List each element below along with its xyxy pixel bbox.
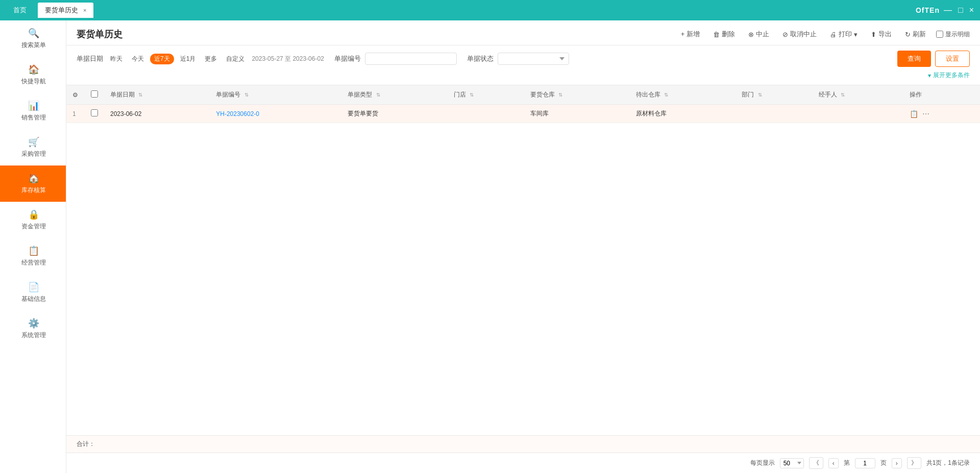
per-page-label: 每页显示 [750,459,775,467]
status-select[interactable] [498,53,569,65]
table-row: 1 2023-06-02 YH-20230602-0 要货单要货 车间库 原材料… [66,105,980,123]
delete-button[interactable]: 🗑 删除 [710,28,738,41]
delete-icon: 🗑 [713,31,720,38]
shortcut-more[interactable]: 更多 [202,54,220,64]
row-handler [813,105,904,123]
top-bar: 首页 要货单历史 × OfTEn — □ × [0,0,980,20]
sort-dept-icon: ⇅ [758,92,762,98]
shortcut-7days[interactable]: 近7天 [150,54,174,64]
close-icon[interactable]: × [969,6,974,15]
page-number-input[interactable] [855,458,875,468]
expand-more-btn[interactable]: ▾ 展开更多条件 [928,71,970,80]
op-edit-icon[interactable]: 📋 [910,110,918,118]
footer-total: 合计： [66,435,980,453]
sidebar-item-search[interactable]: 🔍 搜索菜单 [0,20,66,57]
sort-pending-wh-icon: ⇅ [664,92,668,98]
bill-no-label: 单据编号 [334,54,361,63]
sidebar-item-sales[interactable]: 📊 销售管理 [0,93,66,129]
stop-button[interactable]: ⊗ 中止 [745,28,772,41]
sidebar-purchase-label: 采购管理 [21,150,46,158]
table-header-row: ⚙ 单据日期 ⇅ 单据编号 ⇅ [66,85,980,105]
expand-icon: ▾ [928,72,931,79]
sidebar-item-inventory[interactable]: 🏠 库存核算 [0,165,66,202]
sidebar-item-system[interactable]: ⚙️ 系统管理 [0,311,66,347]
tab-active-label: 要货单历史 [45,6,78,15]
last-page-button[interactable]: 》 [907,457,921,469]
export-icon: ⬆ [871,31,876,38]
system-icon: ⚙️ [28,318,39,329]
sidebar-inventory-label: 库存核算 [21,186,46,195]
sidebar-item-finance[interactable]: 🔒 资金管理 [0,202,66,238]
row-date: 2023-06-02 [104,105,210,123]
row-bill-link[interactable]: YH-20230602-0 [216,110,259,117]
sort-date-icon: ⇅ [138,92,142,98]
filter-area: 单据日期 昨天 今天 近7天 近1月 更多 自定义 2023-05-27 至 2… [66,45,980,85]
row-req-warehouse: 车间库 [524,105,630,123]
refresh-button[interactable]: ↻ 刷新 [902,28,929,41]
th-pending-warehouse: 待出仓库 ⇅ [630,85,736,105]
tab-close-icon[interactable]: × [83,7,86,13]
sidebar-operations-label: 经营管理 [21,258,46,267]
show-detail-checkbox[interactable] [936,31,943,38]
finance-icon: 🔒 [28,209,39,220]
filter-settings-button[interactable]: 设置 [935,51,970,67]
tab-home[interactable]: 首页 [6,3,34,18]
sort-req-wh-icon: ⇅ [558,92,562,98]
shortcut-today[interactable]: 今天 [129,54,147,64]
sidebar-item-quick-nav[interactable]: 🏠 快捷导航 [0,57,66,93]
toolbar: + 新增 🗑 删除 ⊗ 中止 ⊘ 取消中止 🖨 打印 ▾ [678,28,970,41]
date-label: 单据日期 [77,54,103,63]
next-page-button[interactable]: › [892,458,902,468]
search-menu-icon: 🔍 [28,28,39,39]
tab-active[interactable]: 要货单历史 × [38,3,93,18]
shortcut-custom[interactable]: 自定义 [223,54,248,64]
th-req-warehouse: 要货仓库 ⇅ [524,85,630,105]
print-button[interactable]: 🖨 打印 ▾ [827,28,861,41]
purchase-icon: 🛒 [28,136,39,148]
date-filter: 单据日期 昨天 今天 近7天 近1月 更多 自定义 2023-05-27 至 2… [77,54,324,64]
th-settings: ⚙ [66,85,85,105]
row-bill-no: YH-20230602-0 [210,105,341,123]
sidebar-item-operations[interactable]: 📋 经营管理 [0,238,66,274]
inventory-icon: 🏠 [28,173,39,184]
window-controls: — □ × [944,6,974,15]
th-checkbox [85,85,104,105]
maximize-icon[interactable]: □ [958,6,963,15]
operations-icon: 📋 [28,245,39,256]
status-filter: 单据状态 [467,53,569,65]
cancel-stop-icon: ⊘ [782,31,788,38]
pagination-bar: 每页显示 50 20 100 《 ‹ 第 页 › 》 共1页，1条记录 [66,453,980,473]
sidebar-item-purchase[interactable]: 🛒 采购管理 [0,129,66,165]
sidebar-item-basic-info[interactable]: 📄 基础信息 [0,274,66,311]
refresh-icon: ↻ [905,31,911,38]
shortcut-1month[interactable]: 近1月 [177,54,199,64]
basic-info-icon: 📄 [28,281,39,293]
th-ops: 操作 [903,85,980,105]
cancel-stop-button[interactable]: ⊘ 取消中止 [779,28,820,41]
minimize-icon[interactable]: — [944,6,952,15]
sort-bill-type-icon: ⇅ [376,92,380,98]
row-pending-warehouse: 原材料仓库 [630,105,736,123]
status-label: 单据状态 [467,54,494,63]
show-detail-label: 显示明细 [945,30,970,39]
op-more-icon[interactable]: ⋯ [922,110,929,118]
filter-actions: 查询 设置 [897,51,970,67]
table-settings-icon[interactable]: ⚙ [72,91,78,99]
th-department: 部门 ⇅ [736,85,812,105]
export-button[interactable]: ⬆ 导出 [868,28,895,41]
row-checkbox[interactable] [91,109,98,116]
first-page-button[interactable]: 《 [809,457,823,469]
page-title: 要货单历史 [77,28,122,40]
page-size-select[interactable]: 50 20 100 [780,458,804,468]
add-button[interactable]: + 新增 [678,28,703,41]
total-label: 合计： [77,440,95,448]
query-button[interactable]: 查询 [897,51,931,67]
show-detail-toggle[interactable]: 显示明细 [936,30,970,39]
shortcut-yesterday[interactable]: 昨天 [107,54,126,64]
sidebar-search-label: 搜索菜单 [21,41,46,50]
row-num: 1 [66,105,85,123]
bill-no-filter: 单据编号 [334,53,457,65]
bill-no-input[interactable] [365,53,457,65]
prev-page-button[interactable]: ‹ [828,458,839,468]
select-all-checkbox[interactable] [91,90,98,98]
